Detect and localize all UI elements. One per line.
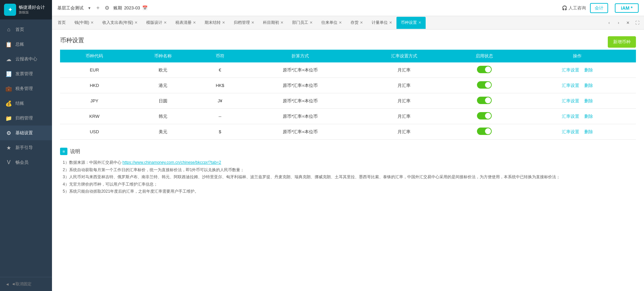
tab-close-currency[interactable]: ✕ bbox=[418, 20, 421, 25]
currency-table: 币种代码 币种名称 币符 折算方式 汇率设置方式 启用状态 操作 EUR 欧元 … bbox=[60, 50, 636, 140]
sidebar-item-tax[interactable]: 💼 税务管理 bbox=[0, 81, 52, 96]
tab-partners[interactable]: 往来单位 ✕ bbox=[317, 17, 346, 29]
topbar: 基层工会测试 ▼ ＋ ⚙ 账期 2023-03 📅 🎧 人工咨询 会计 iAM … bbox=[52, 0, 644, 16]
col-method: 折算方式 bbox=[243, 50, 358, 62]
sidebar-item-archive[interactable]: 📁 归档管理 bbox=[0, 111, 52, 126]
toggle-switch[interactable] bbox=[477, 112, 492, 119]
note-item-3: 3）人民币对马来西亚林吉特、俄罗斯卢布、南非兰特、韩元、阿联酋迪拉姆、沙特里亚尔… bbox=[63, 174, 636, 181]
delete-link[interactable]: 删除 bbox=[584, 67, 593, 72]
home-icon: ⌂ bbox=[5, 26, 12, 33]
member-icon: V bbox=[5, 159, 12, 166]
add-tab-btn[interactable]: ＋ bbox=[95, 4, 101, 11]
tab-close-dept[interactable]: ✕ bbox=[310, 20, 313, 25]
tab-period-end[interactable]: 期末结转 ✕ bbox=[200, 17, 229, 29]
toggle-switch[interactable] bbox=[477, 81, 492, 89]
tab-close-income[interactable]: ✕ bbox=[135, 20, 138, 25]
tab-archivemgr[interactable]: 归档管理 ✕ bbox=[229, 17, 259, 29]
tab-close-units[interactable]: ✕ bbox=[389, 20, 392, 25]
sidebar-item-guide[interactable]: ★ 新手引导 bbox=[0, 140, 52, 155]
toggle-knob bbox=[485, 66, 491, 72]
rate-setting-link[interactable]: 汇率设置 bbox=[562, 67, 579, 72]
cell-method: 原币*汇率=本位币 bbox=[243, 109, 358, 124]
main-panel: 基层工会测试 ▼ ＋ ⚙ 账期 2023-03 📅 🎧 人工咨询 会计 iAM … bbox=[52, 0, 644, 291]
cell-name: 港元 bbox=[129, 78, 198, 93]
table-row: KRW 韩元 -- 原币*汇率=本位币 月汇率 汇率设置 删除 bbox=[60, 109, 636, 124]
toggle-switch[interactable] bbox=[477, 128, 492, 135]
col-code: 币种代码 bbox=[60, 50, 129, 62]
cell-method: 原币*汇率=本位币 bbox=[243, 62, 358, 78]
rate-setting-link[interactable]: 汇率设置 bbox=[562, 98, 579, 103]
company-name: 基层工会测试 bbox=[57, 5, 84, 11]
cloud-icon: ☁ bbox=[5, 56, 12, 62]
toggle-switch[interactable] bbox=[477, 66, 492, 73]
delete-link[interactable]: 删除 bbox=[584, 83, 593, 88]
note-link[interactable]: https://www.chinamoney.com.cn/chinese/bk… bbox=[122, 160, 221, 165]
sidebar-item-reports[interactable]: ☁ 云报表中心 bbox=[0, 52, 52, 66]
col-rate-type: 汇率设置方式 bbox=[358, 50, 450, 62]
tab-income[interactable]: 收入支出表(年报) ✕ bbox=[98, 17, 142, 29]
content-header: 币种设置 新增币种 bbox=[60, 36, 636, 44]
cell-actions: 汇率设置 删除 bbox=[519, 78, 636, 93]
col-status: 启用状态 bbox=[450, 50, 519, 62]
tab-currency[interactable]: 币种设置 ✕ bbox=[396, 17, 426, 29]
note-item-5: 5）系统只能自动抓取2021年度后的汇率，之前年度汇率需要用户手工维护。 bbox=[63, 188, 636, 195]
toggle-knob bbox=[485, 97, 491, 103]
settings-btn[interactable]: ⚙ bbox=[105, 5, 109, 11]
new-currency-btn[interactable]: 新增币种 bbox=[608, 36, 636, 48]
tab-close-archivemgr[interactable]: ✕ bbox=[251, 20, 254, 25]
cell-status bbox=[450, 62, 519, 78]
sidebar-pin-toggle[interactable]: ◄ ◄取消固定 bbox=[0, 277, 52, 291]
delete-link[interactable]: 删除 bbox=[584, 129, 593, 134]
iam-btn[interactable]: iAM * bbox=[615, 3, 639, 13]
rate-setting-link[interactable]: 汇率设置 bbox=[562, 114, 579, 119]
note-item-1: 1）数据来源：中国外汇交易中心 https://www.chinamoney.c… bbox=[63, 159, 636, 166]
sidebar-item-invoice[interactable]: 🧾 发票管理 bbox=[0, 66, 52, 81]
invoice-icon: 🧾 bbox=[5, 70, 12, 77]
cell-method: 原币*汇率=本位币 bbox=[243, 93, 358, 109]
cell-status bbox=[450, 93, 519, 109]
toggle-switch[interactable] bbox=[477, 97, 492, 104]
logo-icon: ✦ bbox=[4, 4, 16, 16]
tab-stock[interactable]: 存货 ✕ bbox=[346, 17, 367, 29]
tab-close-all-btn[interactable]: ✕ bbox=[624, 19, 632, 27]
sidebar-item-basic[interactable]: ⚙ 基础设置 bbox=[0, 126, 52, 140]
tab-close-period-end[interactable]: ✕ bbox=[222, 20, 225, 25]
cell-status bbox=[450, 78, 519, 93]
tab-expand-btn[interactable]: ⛶ bbox=[633, 19, 641, 27]
tab-close-subjects[interactable]: ✕ bbox=[280, 20, 283, 25]
tab-close-partners[interactable]: ✕ bbox=[339, 20, 342, 25]
support-btn[interactable]: 🎧 人工咨询 bbox=[562, 5, 586, 11]
table-header: 币种代码 币种名称 币符 折算方式 汇率设置方式 启用状态 操作 bbox=[60, 50, 636, 62]
delete-link[interactable]: 删除 bbox=[584, 114, 593, 119]
account-btn[interactable]: 会计 bbox=[590, 3, 608, 13]
tab-taxclear[interactable]: 税表清册 ✕ bbox=[171, 17, 200, 29]
cell-code: JPY bbox=[60, 93, 129, 109]
table-row: HKD 港元 HK$ 原币*汇率=本位币 月汇率 汇率设置 删除 bbox=[60, 78, 636, 93]
calendar-icon[interactable]: 📅 bbox=[142, 5, 148, 10]
tab-units[interactable]: 计量单位 ✕ bbox=[367, 17, 396, 29]
rate-setting-link[interactable]: 汇率设置 bbox=[562, 129, 579, 134]
cell-rate-type: 月汇率 bbox=[358, 93, 450, 109]
col-name: 币种名称 bbox=[129, 50, 198, 62]
page-title: 币种设置 bbox=[60, 36, 636, 44]
sidebar-item-home[interactable]: ⌂ 首页 bbox=[0, 22, 52, 37]
tab-home[interactable]: 首页 bbox=[53, 17, 70, 29]
tab-subjects[interactable]: 科目期初 ✕ bbox=[259, 17, 288, 29]
tab-close-taxclear[interactable]: ✕ bbox=[193, 20, 196, 25]
sidebar-item-ledger[interactable]: 📋 总账 bbox=[0, 37, 52, 52]
rate-setting-link[interactable]: 汇率设置 bbox=[562, 83, 579, 88]
tab-close-stock[interactable]: ✕ bbox=[360, 20, 363, 25]
note-list: 1）数据来源：中国外汇交易中心 https://www.chinamoney.c… bbox=[60, 159, 636, 195]
tab-budget[interactable]: 钱(中期) ✕ bbox=[70, 17, 98, 29]
tab-close-budget[interactable]: ✕ bbox=[91, 20, 94, 25]
sidebar-item-checkout[interactable]: 💰 结账 bbox=[0, 96, 52, 111]
cell-status bbox=[450, 109, 519, 124]
tab-template[interactable]: 模版设计 ✕ bbox=[142, 17, 171, 29]
tab-next-btn[interactable]: › bbox=[614, 19, 623, 27]
company-dropdown[interactable]: ▼ bbox=[88, 6, 91, 10]
tab-dept[interactable]: 部门员工 ✕ bbox=[288, 17, 317, 29]
sidebar-item-member[interactable]: V 畅会员 bbox=[0, 155, 52, 170]
tab-close-template[interactable]: ✕ bbox=[164, 20, 167, 25]
tab-prev-btn[interactable]: ‹ bbox=[605, 19, 613, 27]
delete-link[interactable]: 删除 bbox=[584, 98, 593, 103]
